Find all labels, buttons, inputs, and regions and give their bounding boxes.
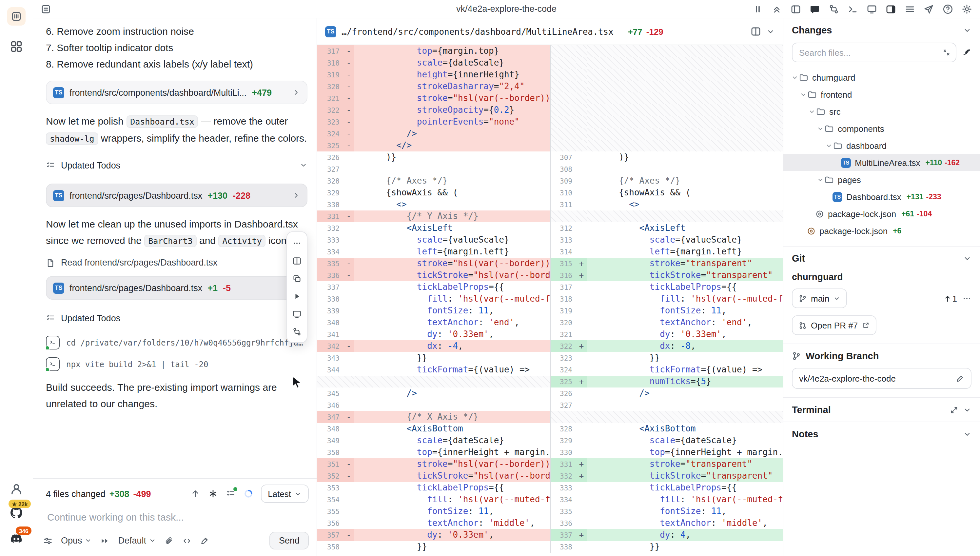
attach-icon[interactable] — [165, 536, 174, 545]
file-change-chip[interactable]: TS frontend/src/pages/Dashboard.tsx +130… — [46, 184, 307, 207]
ts-file-badge: TS — [53, 282, 64, 293]
chevron-down-icon[interactable] — [766, 27, 775, 36]
tree-file-row[interactable]: package-lock.json+6 — [783, 222, 980, 239]
diff-file-path: …/frontend/src/components/dashboard/Mult… — [342, 27, 614, 36]
updated-todos-row[interactable]: Updated Todos — [46, 308, 307, 328]
file-change-chip[interactable]: TS frontend/src/components/dashboard/Mul… — [46, 81, 307, 104]
open-pr-button[interactable]: Open PR #7 — [792, 315, 876, 335]
tree-folder-row[interactable]: dashboard — [783, 137, 980, 154]
tree-item-name: MultiLineArea.tsx — [855, 158, 920, 168]
account-icon[interactable] — [10, 483, 23, 496]
play-icon[interactable] — [287, 287, 307, 305]
file-search-box[interactable] — [792, 43, 956, 62]
latest-dropdown[interactable]: Latest — [261, 485, 309, 503]
github-icon[interactable] — [10, 506, 23, 519]
collapse-all-chevrons-icon[interactable] — [772, 3, 782, 14]
pause-icon[interactable] — [752, 3, 763, 14]
git-title: Git — [792, 253, 805, 263]
tree-item-name: frontend — [821, 89, 852, 99]
chat-bubble-icon[interactable] — [810, 3, 820, 14]
share-icon[interactable] — [923, 3, 934, 14]
todos-status-icon[interactable] — [226, 489, 235, 498]
edit-branch-icon[interactable] — [956, 374, 964, 383]
monitor-icon[interactable] — [867, 3, 877, 14]
workspace-icon[interactable] — [7, 7, 26, 26]
git-compare-icon[interactable] — [828, 3, 839, 14]
scroll-up-icon[interactable] — [191, 489, 200, 498]
terminal-icon[interactable] — [848, 3, 858, 14]
bird-icon[interactable] — [962, 48, 972, 57]
expand-icon[interactable] — [950, 406, 958, 414]
terminal-command-row[interactable]: cd /private/var/folders/10/h7w0q46556ggr… — [46, 336, 307, 349]
more-options-icon[interactable] — [962, 294, 972, 303]
search-input[interactable] — [798, 47, 939, 58]
split-diff-icon[interactable] — [287, 252, 307, 270]
more-icon[interactable] — [287, 234, 307, 252]
diff-status-row: 4 files changed +308 -499 Latest — [33, 478, 316, 503]
mode-dropdown[interactable]: Default — [118, 536, 157, 546]
send-button[interactable]: Send — [270, 532, 309, 550]
model-dropdown[interactable]: Opus — [61, 536, 92, 546]
external-link-icon — [862, 321, 870, 329]
diff-row: 333 scale={valueScale}313 scale={valueSc… — [317, 234, 783, 246]
split-diff-toggle-icon[interactable] — [751, 26, 761, 37]
diff-row: 319- height={innerHeight} — [317, 69, 783, 81]
terminal-section-header[interactable]: Terminal — [783, 398, 980, 422]
composer: 4 files changed +308 -499 Latest — [33, 478, 316, 556]
pen-icon[interactable] — [200, 536, 209, 545]
file-tree: churnguardfrontendsrccomponentsdashboard… — [783, 69, 980, 246]
help-icon[interactable] — [943, 3, 953, 14]
read-file-row[interactable]: Read frontend/src/pages/Dashboard.tsx — [46, 258, 307, 268]
tree-folder-row[interactable]: src — [783, 103, 980, 120]
compare-icon[interactable] — [287, 323, 307, 340]
branch-name: main — [811, 293, 829, 303]
collapse-tree-icon[interactable] — [943, 48, 951, 57]
file-change-chip[interactable]: TS frontend/src/pages/Dashboard.tsx +1 -… — [46, 276, 307, 300]
diff-header: TS …/frontend/src/components/dashboard/M… — [317, 18, 783, 45]
tree-file-row[interactable]: package-lock.json+61-104 — [783, 205, 980, 222]
notes-section-header[interactable]: Notes — [783, 422, 980, 446]
working-branch-header[interactable]: Working Branch — [783, 344, 980, 368]
changes-section-header[interactable]: Changes — [783, 18, 980, 42]
diff-row: 326 )}307 )} — [317, 152, 783, 163]
model-label: Opus — [61, 536, 82, 546]
chevron-down-icon — [294, 490, 302, 497]
todo-line: 7. Softer tooltip indicator dots — [46, 39, 307, 56]
branch-selector[interactable]: main — [792, 288, 847, 308]
updated-todos-row[interactable]: Updated Todos — [46, 155, 307, 175]
monitor-small-icon[interactable] — [287, 305, 307, 323]
tree-file-row[interactable]: TSMultiLineArea.tsx+110-162 — [783, 154, 980, 171]
asterisk-icon[interactable] — [208, 489, 217, 498]
chevron-down-icon — [963, 430, 972, 438]
settings-gear-icon[interactable] — [962, 3, 972, 14]
git-section-header[interactable]: Git — [783, 247, 980, 270]
working-branch-box: vk/4e2a-explore-the-code — [792, 368, 972, 389]
tree-file-row[interactable]: TSDashboard.tsx+131-233 — [783, 188, 980, 205]
snippet-icon[interactable] — [182, 536, 191, 545]
read-file-label: Read frontend/src/pages/Dashboard.tsx — [61, 258, 217, 268]
menu-icon[interactable] — [905, 3, 915, 14]
total-removed: -499 — [133, 489, 151, 499]
tree-folder-row[interactable]: components — [783, 120, 980, 137]
tree-folder-row[interactable]: frontend — [783, 86, 980, 103]
panel-right-icon[interactable] — [886, 3, 896, 14]
folder-icon — [825, 175, 834, 184]
copy-icon[interactable] — [287, 270, 307, 287]
diff-row: 317- top={margin.top} — [317, 45, 783, 57]
fast-forward-icon[interactable] — [101, 536, 110, 545]
message-input[interactable] — [46, 511, 306, 523]
options-sliders-icon[interactable] — [43, 536, 52, 545]
chat-scroll-area[interactable]: 6. Remove zoom instruction noise 7. Soft… — [33, 18, 316, 478]
diff-row: 331- {/* Y Axis */} — [317, 210, 783, 222]
tree-item-counts: +131-233 — [907, 193, 941, 200]
terminal-command-row[interactable]: npx vite build 2>&1 | tail -20 — [46, 357, 307, 371]
diff-body: 317- top={margin.top}318- scale={dateSca… — [317, 45, 783, 556]
chevron-right-icon — [292, 191, 300, 199]
activity-log-icon[interactable] — [40, 3, 51, 14]
tree-folder-row[interactable]: churnguard — [783, 69, 980, 86]
diff-added-count: +77 — [628, 27, 643, 36]
panel-left-icon[interactable] — [791, 3, 801, 14]
projects-grid-icon[interactable] — [10, 40, 23, 53]
tree-folder-row[interactable]: pages — [783, 171, 980, 188]
chevron-down-icon — [85, 537, 92, 544]
